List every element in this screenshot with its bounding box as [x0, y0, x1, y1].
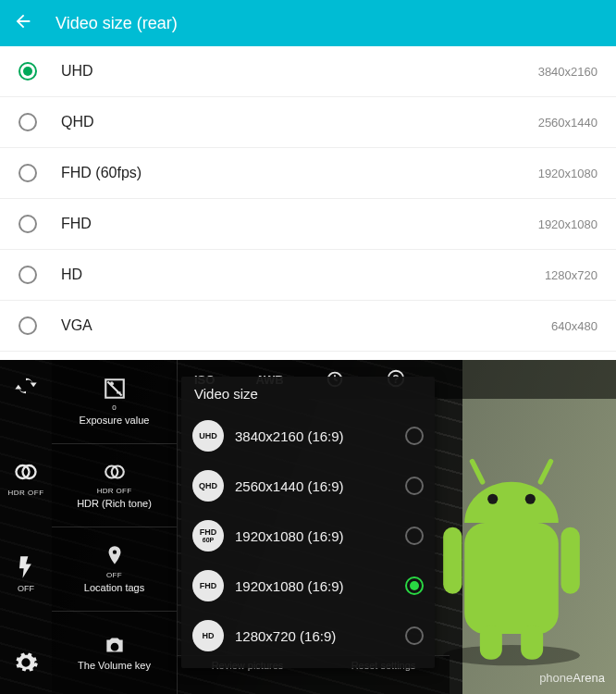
svg-point-3: [525, 494, 536, 504]
radio-icon: [405, 527, 424, 545]
badge-qhd-icon: QHD: [192, 470, 224, 502]
badge-hd-icon: HD: [192, 620, 224, 651]
video-size-popup: Video size UHD 3840x2160 (16:9) QHD 2560…: [181, 377, 435, 668]
radio-icon: [18, 316, 37, 335]
setting-label: HDR (Rich tone): [77, 498, 152, 510]
hdr-sub: HDR OFF: [97, 487, 132, 495]
exposure-icon: [103, 377, 127, 401]
popup-option-fhd[interactable]: FHD 1920x1080 (16:9): [192, 561, 424, 611]
flash-icon: [13, 567, 39, 583]
popup-option-fhd60[interactable]: FHD60P 1920x1080 (16:9): [192, 511, 424, 561]
option-uhd[interactable]: UHD 3840x2160: [0, 46, 616, 97]
setting-label: Location tags: [84, 582, 144, 594]
option-label: FHD: [61, 216, 538, 232]
option-qhd[interactable]: QHD 2560x1440: [0, 97, 616, 148]
location-sub: OFF: [106, 571, 122, 579]
option-fhd[interactable]: FHD 1920x1080: [0, 199, 616, 250]
option-hd[interactable]: HD 1280x720: [0, 250, 616, 301]
back-icon[interactable]: [13, 11, 33, 35]
hdr-toggle[interactable]: HDR OFF: [7, 459, 43, 497]
option-fhd60[interactable]: FHD (60fps) 1920x1080: [0, 148, 616, 199]
option-resolution: 3840x2160: [538, 65, 598, 79]
setting-label: The Volume key: [78, 660, 151, 672]
radio-icon: [405, 427, 424, 445]
radio-icon: [18, 215, 37, 233]
hdr-icon: [13, 472, 39, 488]
svg-rect-7: [521, 626, 543, 660]
app-header: Video size (rear): [0, 0, 616, 46]
switch-camera-icon[interactable]: [13, 373, 39, 403]
option-label: UHD: [61, 63, 538, 80]
svg-line-8: [473, 462, 483, 482]
badge-fhd60-icon: FHD60P: [192, 520, 224, 551]
setting-location[interactable]: OFF Location tags: [52, 527, 178, 611]
radio-icon: [405, 626, 424, 645]
option-resolution: 2560x1440: [538, 116, 598, 130]
popup-option-text: 1920x1080 (16:9): [235, 528, 394, 544]
camera-icon: [103, 633, 127, 657]
popup-option-text: 3840x2160 (16:9): [235, 428, 394, 444]
setting-volume-key[interactable]: The Volume key: [52, 611, 178, 695]
option-label: VGA: [61, 317, 551, 334]
watermark: phoneArena: [539, 671, 605, 685]
radio-icon: [18, 266, 37, 284]
popup-option-qhd[interactable]: QHD 2560x1440 (16:9): [192, 461, 424, 511]
setting-label: Exposure value: [80, 415, 150, 427]
popup-option-uhd[interactable]: UHD 3840x2160 (16:9): [192, 411, 424, 461]
option-label: HD: [61, 266, 545, 283]
setting-exposure[interactable]: 0 Exposure value: [52, 360, 178, 443]
page-title: Video size (rear): [55, 14, 178, 33]
radio-icon: [18, 62, 37, 81]
radio-icon: [18, 113, 37, 131]
svg-rect-5: [561, 527, 580, 594]
flash-status: OFF: [13, 584, 39, 593]
camera-overlay: HDR OFF OFF 0 Exposure value HDR OFF HDR…: [0, 360, 616, 694]
location-icon: [103, 544, 127, 568]
setting-hdr[interactable]: HDR OFF HDR (Rich tone): [52, 443, 178, 527]
popup-option-hd[interactable]: HD 1280x720 (16:9): [192, 611, 424, 661]
radio-icon: [405, 576, 424, 595]
svg-line-9: [540, 462, 550, 482]
camera-left-column: HDR OFF OFF: [0, 360, 52, 694]
option-resolution: 1920x1080: [538, 217, 598, 231]
video-size-list: UHD 3840x2160 QHD 2560x1440 FHD (60fps) …: [0, 46, 616, 352]
option-label: QHD: [61, 114, 538, 130]
badge-fhd-icon: FHD: [192, 570, 224, 601]
badge-uhd-icon: UHD: [192, 420, 224, 452]
popup-option-text: 1280x720 (16:9): [235, 628, 394, 644]
radio-icon: [18, 164, 37, 182]
option-resolution: 640x480: [551, 319, 598, 333]
flash-toggle[interactable]: OFF: [13, 554, 39, 593]
option-vga[interactable]: VGA 640x480: [0, 301, 616, 352]
option-resolution: 1920x1080: [538, 167, 598, 180]
camera-settings-grid: 0 Exposure value HDR OFF HDR (Rich tone)…: [52, 360, 178, 694]
option-resolution: 1280x720: [545, 268, 598, 282]
settings-gear-icon[interactable]: [13, 650, 39, 679]
popup-option-text: 1920x1080 (16:9): [235, 578, 394, 594]
option-label: FHD (60fps): [61, 165, 538, 181]
svg-rect-6: [480, 626, 502, 660]
hdr-status: HDR OFF: [7, 489, 43, 497]
svg-point-2: [487, 494, 498, 504]
popup-title: Video size: [192, 386, 424, 402]
popup-option-text: 2560x1440 (16:9): [235, 478, 394, 494]
exposure-sub: 0: [112, 403, 117, 412]
svg-point-0: [443, 645, 580, 665]
radio-icon: [405, 477, 424, 495]
hdr-icon: [103, 460, 127, 484]
svg-rect-1: [464, 523, 559, 634]
